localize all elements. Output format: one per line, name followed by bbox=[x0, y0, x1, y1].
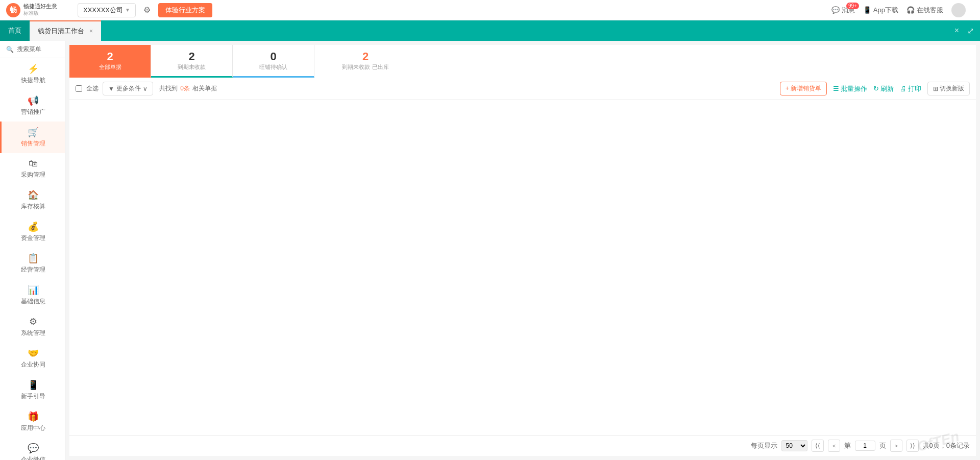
filter-icon: ▼ bbox=[108, 85, 114, 92]
total-records-label: 共0页，0条记录 bbox=[923, 441, 970, 450]
last-page-button[interactable]: ⟩⟩ bbox=[906, 440, 919, 452]
sidebar-label-finance: 资金管理 bbox=[21, 234, 45, 243]
sidebar-item-operations[interactable]: 📋 经营管理 bbox=[0, 248, 65, 279]
refresh-button[interactable]: ↻ 刷新 bbox=[873, 84, 894, 93]
sidebar-item-guide[interactable]: 📱 新手引导 bbox=[0, 374, 65, 406]
sidebar-search[interactable]: 🔍 搜索菜单 bbox=[0, 41, 65, 58]
app-download-button[interactable]: 📱 App下载 bbox=[863, 6, 898, 15]
sidebar-item-system[interactable]: ⚙ 系统管理 bbox=[0, 311, 65, 343]
search-menu-label: 搜索菜单 bbox=[17, 45, 41, 54]
chevron-down-icon: ▼ bbox=[125, 7, 130, 13]
logo-title: 畅捷通好生意 bbox=[23, 3, 57, 10]
found-prefix: 共找到 bbox=[159, 85, 178, 92]
weixin-icon: 💬 bbox=[28, 443, 39, 454]
sidebar-label-marketing: 营销推广 bbox=[21, 108, 45, 116]
quick-nav-icon: ⚡ bbox=[28, 63, 39, 75]
next-page-button[interactable]: ＞ bbox=[890, 440, 902, 452]
company-selector[interactable]: XXXXXX公司 ▼ bbox=[78, 3, 136, 17]
tab-close-icon[interactable]: × bbox=[89, 28, 93, 35]
tab-close-window-icon[interactable]: × bbox=[952, 24, 961, 37]
sidebar-item-base-info[interactable]: 📊 基础信息 bbox=[0, 279, 65, 311]
table-area bbox=[69, 100, 976, 435]
tab-maximize-icon[interactable]: ⤢ bbox=[965, 24, 976, 38]
finance-icon: 💰 bbox=[28, 221, 39, 232]
stat-count-all: 2 bbox=[78, 50, 142, 63]
switch-icon: ⊞ bbox=[933, 85, 938, 92]
stat-tab-overdue[interactable]: 2 到期未收款 bbox=[151, 45, 233, 78]
avatar[interactable] bbox=[951, 3, 966, 17]
stat-tab-shipped[interactable]: 2 到期未收款 已出库 bbox=[314, 45, 416, 78]
workbench-tab-label: 钱货日清工作台 bbox=[38, 27, 84, 36]
purchase-icon: 🛍 bbox=[29, 158, 38, 169]
logo-subtitle: 标准版 bbox=[23, 10, 57, 17]
sidebar-item-sales[interactable]: 🛒 销售管理 bbox=[0, 122, 65, 153]
sidebar-item-inventory[interactable]: 🏠 库存核算 bbox=[0, 184, 65, 216]
sales-icon: 🛒 bbox=[28, 127, 39, 138]
tab-home[interactable]: 首页 bbox=[0, 20, 30, 41]
tab-bar-right: × ⤢ bbox=[952, 24, 980, 38]
sidebar-item-weixin[interactable]: 💬 企业微信 bbox=[0, 438, 65, 460]
page-size-select[interactable]: 50 100 200 bbox=[781, 440, 807, 451]
sidebar-item-purchase[interactable]: 🛍 采购管理 bbox=[0, 153, 65, 184]
app-download-label: App下载 bbox=[873, 6, 898, 15]
print-button[interactable]: 🖨 打印 bbox=[900, 84, 921, 93]
tab-bar: 首页 钱货日清工作台 × × ⤢ bbox=[0, 20, 980, 41]
sidebar-label-guide: 新手引导 bbox=[21, 392, 45, 401]
batch-action-button[interactable]: ☰ 批量操作 bbox=[833, 84, 867, 93]
prev-page-button[interactable]: ＜ bbox=[828, 440, 840, 452]
sidebar-label-purchase: 采购管理 bbox=[21, 171, 45, 179]
top-header: 畅 畅捷通好生意 标准版 XXXXXX公司 ▼ ⚙ 体验行业方案 💬 消息 99… bbox=[0, 0, 980, 20]
first-page-button[interactable]: ⟨⟨ bbox=[812, 440, 824, 452]
print-icon: 🖨 bbox=[900, 85, 906, 92]
sidebar-label-quick-nav: 快捷导航 bbox=[21, 76, 45, 85]
sidebar-label-system: 系统管理 bbox=[21, 329, 45, 337]
sidebar-item-finance[interactable]: 💰 资金管理 bbox=[0, 216, 65, 248]
main-layout: 🔍 搜索菜单 ⚡ 快捷导航 📢 营销推广 🛒 销售管理 🛍 采购管理 🏠 库存核… bbox=[0, 41, 980, 460]
settings-button[interactable]: ⚙ bbox=[140, 3, 154, 17]
batch-label: 批量操作 bbox=[841, 84, 867, 93]
stat-count-shipped: 2 bbox=[323, 50, 408, 63]
download-icon: 📱 bbox=[863, 6, 871, 14]
page-end-label: 页 bbox=[879, 441, 886, 450]
stat-count-overdue: 2 bbox=[159, 50, 224, 63]
sidebar-item-app-center[interactable]: 🎁 应用中心 bbox=[0, 406, 65, 438]
trial-button[interactable]: 体验行业方案 bbox=[158, 3, 212, 17]
found-suffix: 相关单据 bbox=[192, 85, 217, 92]
sidebar-label-weixin: 企业微信 bbox=[21, 455, 45, 460]
system-icon: ⚙ bbox=[29, 316, 37, 327]
header-right: 💬 消息 99+ 📱 App下载 🎧 在线客服 bbox=[831, 3, 974, 17]
sidebar-item-cooperation[interactable]: 🤝 企业协同 bbox=[0, 343, 65, 374]
guide-icon: 📱 bbox=[28, 379, 39, 391]
per-page-label: 每页显示 bbox=[751, 441, 777, 450]
stat-label-pending: 旺铺待确认 bbox=[241, 63, 306, 71]
toolbar-right: + 新增销货单 ☰ 批量操作 ↻ 刷新 🖨 打印 ⊞ 切换新版 bbox=[780, 82, 970, 95]
new-order-button[interactable]: + 新增销货单 bbox=[780, 82, 827, 95]
stat-label-overdue: 到期未收款 bbox=[159, 63, 224, 71]
chevron-icon: ∨ bbox=[143, 85, 148, 92]
batch-icon: ☰ bbox=[833, 85, 839, 92]
message-icon: 💬 bbox=[831, 6, 840, 14]
logo-icon: 畅 bbox=[6, 3, 20, 17]
more-conditions-button[interactable]: ▼ 更多条件 ∨ bbox=[103, 82, 153, 95]
refresh-icon: ↻ bbox=[873, 85, 879, 92]
select-all-checkbox[interactable] bbox=[76, 85, 82, 92]
online-service-label: 在线客服 bbox=[917, 6, 943, 15]
sidebar-label-app-center: 应用中心 bbox=[21, 424, 45, 432]
stat-tab-pending[interactable]: 0 旺铺待确认 bbox=[233, 45, 314, 78]
switch-version-button[interactable]: ⊞ 切换新版 bbox=[927, 82, 970, 95]
found-count: 0条 bbox=[180, 85, 190, 92]
page-number-input[interactable] bbox=[855, 441, 875, 451]
online-service-button[interactable]: 🎧 在线客服 bbox=[906, 6, 943, 15]
stat-tab-all[interactable]: 2 全部单据 bbox=[69, 45, 151, 78]
sidebar-item-marketing[interactable]: 📢 营销推广 bbox=[0, 90, 65, 122]
home-tab-label: 首页 bbox=[8, 26, 21, 35]
stat-label-shipped: 到期未收款 已出库 bbox=[323, 63, 408, 71]
stats-container: 2 全部单据 2 到期未收款 0 旺铺待确认 2 到期未收款 已出库 bbox=[69, 45, 976, 78]
sidebar-item-quick-nav[interactable]: ⚡ 快捷导航 bbox=[0, 58, 65, 90]
found-text: 共找到 0条 相关单据 bbox=[159, 84, 217, 93]
sidebar-label-operations: 经营管理 bbox=[21, 265, 45, 274]
tab-workbench[interactable]: 钱货日清工作台 × bbox=[30, 20, 101, 41]
messages-button[interactable]: 💬 消息 99+ bbox=[831, 6, 855, 15]
marketing-icon: 📢 bbox=[28, 95, 39, 106]
page-label: 第 bbox=[844, 441, 851, 450]
